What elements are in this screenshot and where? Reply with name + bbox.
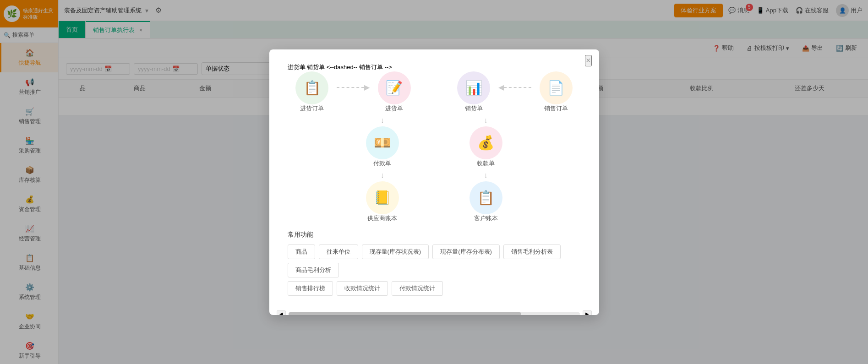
sales-order-label: 销售订单 (544, 104, 568, 113)
btn-partner[interactable]: 往来单位 (319, 244, 358, 259)
flow-item-payment: ↓ 💴 付款单 (353, 116, 412, 168)
popup-scrollbar-row: ◀ ▶ (269, 309, 599, 315)
customer-ledger-label: 客户账本 (474, 214, 498, 223)
flow-item-purchase-bill: 📝 进货单 (370, 71, 419, 113)
purchase-bill-icon: 📝 (378, 71, 411, 104)
btn-product[interactable]: 商品 (288, 244, 315, 259)
btn-receipt-stats[interactable]: 收款情况统计 (337, 281, 388, 296)
common-btns-row1: 商品 往来单位 现存量(库存状况表) 现存量(库存分布表) 销售毛利分析表 商品… (288, 244, 581, 277)
scroll-right-btn[interactable]: ▶ (583, 310, 592, 315)
receipt-label: 收款单 (477, 159, 495, 168)
supplier-ledger-icon: 📒 (366, 181, 399, 214)
supplier-ledger-label: 供应商账本 (367, 214, 397, 223)
popup-close-button[interactable]: × (585, 55, 592, 66)
flow-item-sales-bill: 📊 销货单 (449, 71, 498, 113)
btn-sales-profit[interactable]: 销售毛利分析表 (503, 244, 561, 259)
popup: × 进货单 销货单 <--dashed-- 销售订单 --> 📋 进货订单 ▶ (269, 49, 599, 315)
btn-product-profit[interactable]: 商品毛利分析 (288, 263, 339, 277)
arrow-sales-order-to-sales-bill: ◀ (498, 83, 531, 92)
purchase-order-icon: 📋 (295, 71, 328, 104)
btn-payment-stats[interactable]: 付款情况统计 (392, 281, 443, 296)
common-title: 常用功能 (288, 231, 581, 239)
btn-sales-rank[interactable]: 销售排行榜 (288, 281, 333, 296)
arrow-purchase-to-purchase-order: ▶ (337, 83, 370, 92)
sales-bill-icon: 📊 (457, 71, 490, 104)
payment-icon: 💴 (366, 126, 399, 159)
sales-bill-label: 销货单 (465, 104, 483, 113)
flow-item-sales-order: 📄 销售订单 (531, 71, 580, 113)
scrollbar-thumb (289, 312, 522, 315)
receipt-icon: 💰 (469, 126, 502, 159)
flow-item-receipt: ↓ 💰 收款单 (456, 116, 516, 168)
purchase-order-label: 进货订单 (300, 104, 324, 113)
flow-item-purchase-order: 📋 进货订单 (288, 71, 337, 113)
common-btns-row2: 销售排行榜 收款情况统计 付款情况统计 (288, 281, 581, 296)
payment-label: 付款单 (373, 159, 391, 168)
scroll-left-btn[interactable]: ◀ (277, 310, 286, 315)
popup-overlay[interactable]: × 进货单 销货单 <--dashed-- 销售订单 --> 📋 进货订单 ▶ (0, 0, 868, 364)
scrollbar-track[interactable] (289, 312, 580, 315)
purchase-bill-label: 进货单 (385, 104, 403, 113)
flow-item-customer-ledger: ↓ 📋 客户账本 (456, 171, 516, 223)
btn-stock-status[interactable]: 现存量(库存状况表) (362, 244, 429, 259)
customer-ledger-icon: 📋 (469, 181, 502, 214)
sales-order-icon: 📄 (540, 71, 573, 104)
flow-section: 进货单 销货单 <--dashed-- 销售订单 --> 📋 进货订单 ▶ (269, 49, 599, 231)
flow-item-supplier-ledger: ↓ 📒 供应商账本 (353, 171, 412, 223)
btn-stock-dist[interactable]: 现存量(库存分布表) (432, 244, 500, 259)
common-section: 常用功能 商品 往来单位 现存量(库存状况表) 现存量(库存分布表) 销售毛利分… (269, 231, 599, 309)
